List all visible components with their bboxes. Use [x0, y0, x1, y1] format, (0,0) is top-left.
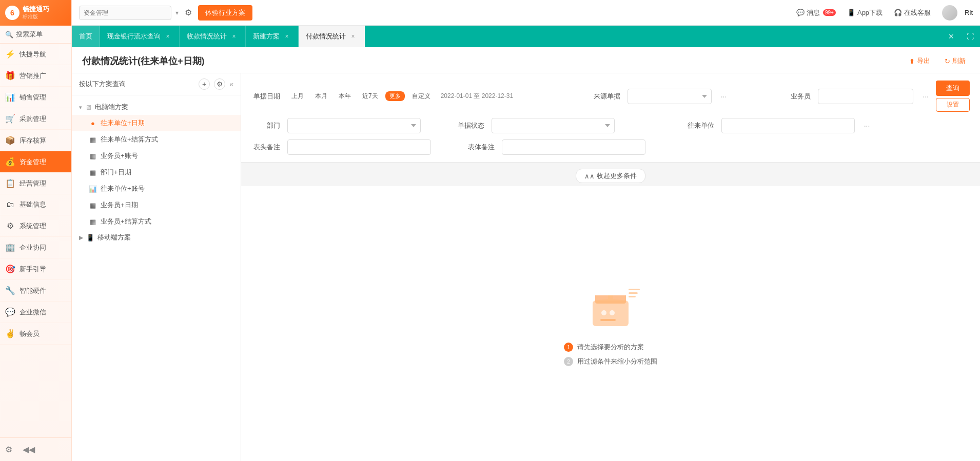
- svg-rect-3: [629, 292, 638, 294]
- unit-input[interactable]: [721, 118, 855, 133]
- query-settings-col: 查询 设置: [936, 81, 970, 112]
- date-label: 单据日期: [251, 92, 280, 101]
- unit-dots[interactable]: ···: [864, 122, 870, 130]
- date-opt-more[interactable]: 更多: [385, 91, 405, 101]
- date-opt-this-year[interactable]: 本年: [335, 90, 355, 102]
- date-opt-last-month[interactable]: 上月: [287, 90, 308, 102]
- sidebar-item-system[interactable]: ⚙ 系统管理: [0, 215, 71, 237]
- sidebar-item-corp[interactable]: 🏢 企业协同: [0, 237, 71, 258]
- scheme-add-btn[interactable]: +: [199, 78, 210, 90]
- sidebar-item-marketing[interactable]: 🎁 营销推广: [0, 65, 71, 87]
- scheme-panel-header: 按以下方案查询 + ⚙ «: [72, 73, 241, 95]
- collapse-more-btn[interactable]: ∧∧ 收起更多条件: [576, 169, 645, 183]
- refresh-btn[interactable]: ↻ 刷新: [940, 54, 970, 68]
- service-action[interactable]: 🎧 在线客服: [894, 8, 931, 17]
- sidebar-item-purchase[interactable]: 🛒 采购管理: [0, 108, 71, 130]
- sidebar-item-operation[interactable]: 📋 经营管理: [0, 173, 71, 194]
- source-dots[interactable]: ···: [721, 92, 727, 101]
- tree-item-unit-account[interactable]: 📊 往来单位+账号: [72, 181, 241, 197]
- sidebar-item-wechat[interactable]: 💬 企业微信: [0, 302, 71, 323]
- staff-dots[interactable]: ···: [923, 92, 929, 101]
- tab-home[interactable]: 首页: [72, 26, 100, 47]
- export-btn[interactable]: ⬆ 导出: [905, 54, 934, 68]
- sidebar-item-basic[interactable]: 🗂 基础信息: [0, 194, 71, 215]
- source-select[interactable]: [628, 89, 711, 104]
- date-opt-this-month[interactable]: 本月: [311, 90, 331, 102]
- tab-receipt-stats[interactable]: 收款情况统计 ×: [180, 26, 246, 47]
- sidebar-item-label: 新手引导: [19, 265, 46, 274]
- sidebar-item-label: 企业微信: [19, 308, 46, 317]
- tree-item-unit-settlement[interactable]: ▦ 往来单位+结算方式: [72, 131, 241, 148]
- collapse-sidebar-icon[interactable]: ◀◀: [23, 445, 35, 454]
- tree-section-pc[interactable]: ▾ 🖥 电脑端方案: [72, 99, 241, 115]
- sidebar-footer: ⚙ ◀◀: [0, 437, 71, 461]
- sidebar-item-quick-nav[interactable]: ⚡ 快捷导航: [0, 44, 71, 65]
- dept-select[interactable]: [287, 118, 421, 133]
- tree-item-staff-date[interactable]: ▦ 业务员+日期: [72, 197, 241, 213]
- tab-payment-stats-close[interactable]: ×: [349, 32, 357, 41]
- tab-new-scheme-close[interactable]: ×: [283, 32, 291, 41]
- settings-footer-icon[interactable]: ⚙: [5, 445, 12, 454]
- header-note-input[interactable]: [287, 139, 431, 155]
- tab-bank-flow[interactable]: 现金银行流水查询 ×: [100, 26, 180, 47]
- export-label: 导出: [917, 56, 930, 66]
- scheme-panel-label: 按以下方案查询: [79, 79, 194, 89]
- tree-item-label: 往来单位+账号: [101, 184, 145, 193]
- hardware-icon: 🔧: [5, 286, 15, 295]
- svg-point-5: [601, 310, 606, 315]
- messages-action[interactable]: 💬 消息 99+: [796, 8, 836, 17]
- tree-section-mobile[interactable]: ▶ 📱 移动端方案: [72, 230, 241, 245]
- tab-new-scheme[interactable]: 新建方案 ×: [246, 26, 299, 47]
- tree-chevron-icon: ▾: [79, 104, 82, 111]
- service-icon: 🎧: [894, 9, 902, 16]
- tree-item-staff-account[interactable]: ▦ 业务员+账号: [72, 148, 241, 164]
- sidebar: 6 畅捷通巧 标准版 🔍 搜索菜单 ⚡ 快捷导航 🎁 营销推广 📊 销售管理 🛒…: [0, 0, 72, 461]
- tree-item-unit-date[interactable]: ● 往来单位+日期: [72, 115, 241, 131]
- breadcrumb-input[interactable]: [79, 6, 171, 20]
- filter-panel: 单据日期 上月 本月 本年 近7天 更多 自定义 2022-01-01 至 20…: [241, 73, 980, 461]
- body-note-input[interactable]: [502, 139, 645, 155]
- sidebar-item-label: 库存核算: [19, 136, 46, 145]
- edition-label: 标准版: [23, 13, 49, 21]
- header-chevron-icon[interactable]: ▾: [175, 9, 179, 16]
- unit-label: 往来单位: [685, 121, 714, 130]
- sidebar-item-finance[interactable]: 💰 资金管理: [0, 151, 71, 173]
- date-opt-last-7days[interactable]: 近7天: [358, 90, 382, 102]
- tree-item-staff-settlement[interactable]: ▦ 业务员+结算方式: [72, 213, 241, 230]
- scheme-settings-btn[interactable]: ⚙: [214, 78, 225, 90]
- voucher-status-select[interactable]: [492, 118, 615, 133]
- tab-payment-stats[interactable]: 付款情况统计 ×: [299, 26, 365, 47]
- sidebar-item-label: 销售管理: [19, 93, 46, 102]
- sidebar-item-member[interactable]: ✌ 畅会员: [0, 323, 71, 345]
- tab-maximize-btn[interactable]: ⛶: [961, 26, 980, 47]
- member-icon: ✌: [5, 329, 15, 338]
- refresh-label: 刷新: [952, 56, 966, 66]
- tree-item-dept-date[interactable]: ▦ 部门+日期: [72, 164, 241, 181]
- sidebar-item-guide[interactable]: 🎯 新手引导: [0, 258, 71, 280]
- sidebar-item-label: 企业协同: [19, 243, 46, 252]
- tab-bank-flow-close[interactable]: ×: [164, 32, 172, 41]
- sidebar-item-sales[interactable]: 📊 销售管理: [0, 87, 71, 108]
- chart-icon: 📊: [88, 185, 97, 193]
- tab-receipt-stats-close[interactable]: ×: [230, 32, 238, 41]
- sidebar-item-label: 基础信息: [19, 200, 46, 209]
- sidebar-item-hardware[interactable]: 🔧 智能硬件: [0, 280, 71, 302]
- query-button[interactable]: 查询: [936, 81, 970, 96]
- trial-button[interactable]: 体验行业方案: [198, 5, 252, 21]
- scheme-collapse-btn[interactable]: «: [229, 80, 233, 88]
- app-download-action[interactable]: 📱 App下载: [847, 8, 883, 17]
- sidebar-item-label: 采购管理: [19, 114, 46, 124]
- tab-close-window-btn[interactable]: ✕: [942, 26, 961, 47]
- header-settings-icon[interactable]: ⚙: [185, 8, 192, 17]
- sidebar-item-inventory[interactable]: 📦 库存核算: [0, 130, 71, 151]
- search-menu[interactable]: 🔍 搜索菜单: [0, 26, 71, 44]
- search-menu-label: 搜索菜单: [16, 30, 43, 39]
- app-label: App下载: [857, 8, 883, 17]
- date-opt-custom[interactable]: 自定义: [408, 90, 435, 102]
- filter-settings-button[interactable]: 设置: [936, 98, 970, 112]
- tree-item-label: 往来单位+日期: [101, 118, 145, 128]
- user-avatar[interactable]: [942, 5, 957, 21]
- empty-hint-1: 1 请先选择要分析的方案: [564, 343, 657, 352]
- staff-input[interactable]: [818, 89, 913, 104]
- svg-rect-4: [629, 296, 636, 297]
